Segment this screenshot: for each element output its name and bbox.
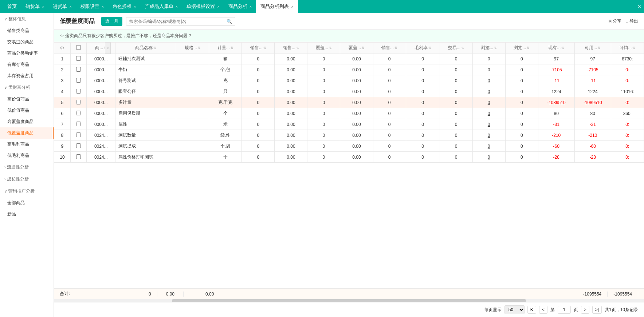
row-browse1[interactable]: 0 [472,152,505,163]
nav-tab-production[interactable]: 产成品入库单 × [141,0,182,13]
row-checkbox[interactable] [70,108,86,119]
sidebar-section-overall[interactable]: ∨ 整体信息 [0,13,54,25]
share-button[interactable]: ⎘ 分享 [609,18,621,24]
search-input[interactable] [126,17,224,25]
col-browse1[interactable]: 浏览...⇅ [472,43,505,54]
col-gross-margin[interactable]: 毛利率⇅ [406,43,440,54]
sidebar-item-high-coverage[interactable]: 高覆盖度商品 [0,116,54,127]
sidebar-item-capital-usage[interactable]: 库存资金占用 [0,70,54,82]
sidebar-section-wealth-label: 类财富分析 [8,84,30,91]
select-all-checkbox[interactable] [76,45,81,50]
col-unit[interactable]: 计量...⇅ [209,43,242,54]
export-button[interactable]: ↓ 导出 [626,18,638,24]
nav-tab-analysis[interactable]: 商品分析 × [224,0,256,13]
close-analysis-list-tab[interactable]: × [291,4,293,9]
row-browse1[interactable]: 0 [472,97,505,108]
row-checkbox[interactable] [70,97,86,108]
row-browse1[interactable]: 0 [472,54,505,64]
nav-tab-purchase[interactable]: 进货单 × [48,0,76,13]
sidebar-item-low-margin[interactable]: 低毛利商品 [0,150,54,161]
nav-tab-sales[interactable]: 销货单 × [21,0,48,13]
row-checkbox[interactable] [70,64,86,75]
table-row: 1 0000... 旺辅批次测试 箱 0 0.00 0 0.00 0 0 0 0… [54,54,644,64]
row-checkbox[interactable] [70,86,86,97]
row-browse1[interactable]: 0 [472,108,505,119]
col-name[interactable]: 商品名称⇅ [115,43,176,54]
sidebar-section-wealth[interactable]: ∨ 类财富分析 [0,82,54,94]
footer-sales-qty: 0 [76,292,157,297]
row-checkbox[interactable] [70,119,86,130]
prev-page-button[interactable]: < [539,306,547,314]
sidebar-item-low-coverage[interactable]: 低覆盖度商品 [0,127,54,139]
nav-tab-roles[interactable]: 角色授权 × [108,0,140,13]
sidebar-item-low-value[interactable]: 低价值商品 [0,105,54,116]
sidebar-section-circulation[interactable]: › 流通性分析 [0,161,54,173]
row-browse1[interactable]: 0 [472,141,505,152]
row-browse1[interactable]: 0 [472,75,505,86]
col-sales-other[interactable]: 销售...⇅ [373,43,406,54]
close-permissions-tab[interactable]: × [102,4,104,9]
close-template-tab[interactable]: × [217,4,219,9]
row-checkbox[interactable] [70,54,86,64]
row-sales-other: 0 [373,97,406,108]
col-browse2[interactable]: 浏览...⇅ [505,43,538,54]
close-sales-tab[interactable]: × [42,4,44,9]
row-num: 3 [54,75,71,86]
col-spec[interactable]: 规格...⇅ [176,43,209,54]
row-checkbox[interactable] [70,152,86,163]
first-page-button[interactable]: K [527,306,536,314]
per-page-select[interactable]: 50 20 100 [504,305,525,314]
page-number-input[interactable] [558,306,571,314]
row-browse1[interactable]: 0 [472,86,505,97]
row-code: 0000... [87,119,115,130]
row-browse1[interactable]: 0 [472,119,505,130]
row-coverage2: 0.00 [340,108,373,119]
sidebar-item-high-margin[interactable]: 高毛利商品 [0,139,54,150]
col-sales-qty[interactable]: 销售...⇅ [242,43,275,54]
nav-tab-analysis-list[interactable]: 商品分析列表 × [256,0,298,13]
sidebar-item-stock-goods[interactable]: 有库存商品 [0,59,54,70]
close-purchase-tab[interactable]: × [69,4,71,9]
nav-tab-template[interactable]: 单据模板设置 × [182,0,224,13]
close-all-tabs[interactable]: × [638,3,641,10]
time-filter-recent-month[interactable]: 近一月 [101,17,122,26]
sidebar-section-marketing[interactable]: ∨ 营销推广分析 [0,185,54,197]
horizontal-scrollbar[interactable] [54,299,644,302]
sidebar-item-sales-goods[interactable]: 销售类商品 [0,25,54,36]
nav-tab-home[interactable]: 首页 [3,0,21,13]
row-browse1[interactable]: 0 [472,130,505,141]
sidebar-section-growth[interactable]: › 成长性分析 [0,173,54,185]
col-coverage2[interactable]: 覆盖...⇅ [340,43,373,54]
col-trade[interactable]: 交易...⇅ [440,43,472,54]
col-settings[interactable]: ⚙ [54,43,71,54]
sidebar-item-new-goods[interactable]: 新品 [0,209,54,220]
col-available-stock[interactable]: 可用...⇅ [574,43,611,54]
sidebar-item-all-goods[interactable]: 全部商品 [0,197,54,209]
close-analysis-tab[interactable]: × [250,4,252,9]
search-icon[interactable]: 🔍 [224,17,235,25]
sidebar-item-category-rate[interactable]: 商品分类动销率 [0,48,54,59]
close-production-tab[interactable]: × [176,4,178,9]
row-code: 0000... [87,86,115,97]
row-browse2: 0 [505,75,538,86]
col-checkbox[interactable] [70,43,86,54]
col-current-stock[interactable]: 现有...⇅ [538,43,574,54]
col-sales-amount[interactable]: 销售...⇅ [275,43,307,54]
close-roles-tab[interactable]: × [134,4,136,9]
row-checkbox[interactable] [70,130,86,141]
row-checkbox[interactable] [70,75,86,86]
last-page-button[interactable]: >| [592,306,602,314]
sidebar-collapse-button[interactable]: « [105,42,111,54]
sidebar-item-traded-goods[interactable]: 交易过的商品 [0,36,54,48]
sidebar-item-high-value[interactable]: 高价值商品 [0,94,54,105]
col-code[interactable]: 商...⇅ [87,43,115,54]
row-spec [176,152,209,163]
row-checkbox[interactable] [70,141,86,152]
scrollbar-thumb[interactable] [172,299,526,302]
row-code: 0000... [87,54,115,64]
nav-tab-permissions[interactable]: 权限设置 × [76,0,108,13]
row-browse1[interactable]: 0 [472,64,505,75]
col-coverage1[interactable]: 覆盖...⇅ [307,43,340,54]
col-saleable[interactable]: 可销...⇅ [611,43,644,54]
next-page-button[interactable]: > [581,306,589,314]
